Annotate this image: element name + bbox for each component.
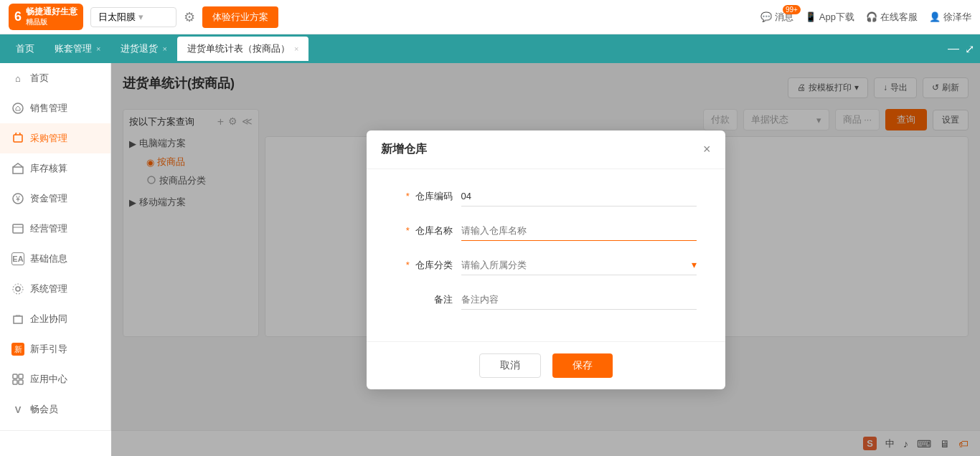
svg-rect-1 [14,135,22,142]
category-dropdown-icon: ▾ [692,259,697,270]
sidebar-item-guide-label: 新手引导 [30,343,67,356]
warehouse-code-input[interactable] [461,186,697,206]
form-label-code: * 仓库编码 [395,190,453,203]
tab-purchase-return[interactable]: 进货退货 × [110,37,176,61]
tab-purchase-stats[interactable]: 进货单统计表（按商品） × [177,37,308,61]
sidebar-item-purchase[interactable]: 采购管理 [0,123,110,153]
form-label-category: * 仓库分类 [395,259,453,272]
sidebar-item-inventory-label: 库存核算 [30,162,67,175]
main-layout: ⌂ 首页 销售管理 采购管理 库存核算 ¥ 资金管理 [0,63,980,456]
user-avatar-icon: 👤 [929,11,941,22]
sidebar-item-basic[interactable]: EA 基础信息 [0,244,110,274]
store-name: 日太阳膜 [98,11,136,24]
sidebar-item-operation-label: 经营管理 [30,222,67,235]
sidebar-item-purchase-label: 采购管理 [30,132,67,145]
tab-purchase-return-close-icon[interactable]: × [162,44,166,53]
sidebar-item-sales-label: 销售管理 [30,102,67,115]
tab-accounts[interactable]: 账套管理 × [44,37,110,61]
tab-accounts-close-icon[interactable]: × [96,44,100,53]
messages-button[interactable]: 💬 消息 99+ [760,11,793,24]
sidebar: ⌂ 首页 销售管理 采购管理 库存核算 ¥ 资金管理 [0,63,111,456]
sales-icon [11,102,24,115]
app-center-icon [11,373,24,386]
sidebar-item-sales[interactable]: 销售管理 [0,93,110,123]
tab-home[interactable]: 首页 [6,37,44,61]
sidebar-item-home-label: 首页 [30,72,49,85]
home-icon: ⌂ [11,72,24,85]
svg-rect-13 [19,380,23,384]
tab-expand-icon[interactable]: ⤢ [965,42,974,56]
svg-rect-9 [14,316,22,323]
member-icon: V [11,403,24,416]
warehouse-remark-input[interactable] [461,290,697,310]
tabbar: 首页 账套管理 × 进货退货 × 进货单统计表（按商品） × — ⤢ [0,34,980,63]
cancel-button[interactable]: 取消 [479,353,541,378]
purchase-icon [11,132,24,145]
sidebar-item-app-center[interactable]: 应用中心 [0,364,110,394]
warehouse-category-select[interactable]: ▾ [461,255,697,275]
sidebar-item-basic-label: 基础信息 [30,252,67,265]
messages-badge: 99+ [783,5,801,14]
sidebar-item-home[interactable]: ⌂ 首页 [0,63,110,93]
sidebar-item-enterprise-label: 企业协同 [30,313,67,326]
sidebar-item-finance-label: 资金管理 [30,192,67,205]
svg-point-7 [16,287,20,291]
logo-icon: 6 [14,9,22,24]
online-service-button[interactable]: 🎧 在线客服 [866,11,918,24]
app-download-button[interactable]: 📱 App下载 [805,11,854,24]
system-icon [11,282,24,295]
tab-purchase-stats-close-icon[interactable]: × [294,44,298,53]
content-area: 进货单统计(按商品) 🖨 按模板打印 ▾ ↓ 导出 ↺ 刷新 [111,63,980,456]
sidebar-item-operation[interactable]: 经营管理 [0,214,110,244]
logo-sub: 精品版 [26,17,77,27]
settings-icon[interactable]: ⚙ [184,9,195,25]
form-row-code: * 仓库编码 [395,186,697,206]
required-icon-code: * [406,191,410,201]
store-selector[interactable]: 日太阳膜 ▾ [90,7,176,27]
operation-icon [11,222,24,235]
inventory-icon [11,162,24,175]
modal-close-icon[interactable]: × [703,142,711,157]
sidebar-item-finance[interactable]: ¥ 资金管理 [0,184,110,214]
form-label-name: * 仓库名称 [395,224,453,237]
sidebar-item-system-label: 系统管理 [30,282,67,295]
modal-new-warehouse: 新增仓库 × * 仓库编码 * [367,130,725,389]
svg-rect-2 [13,167,23,174]
tab-accounts-label: 账套管理 [55,42,92,55]
dropdown-arrow-icon: ▾ [138,11,143,22]
app-download-label: App下载 [819,11,854,24]
tab-home-label: 首页 [16,42,34,55]
modal-overlay: 新增仓库 × * 仓库编码 * [111,63,980,456]
modal-title: 新增仓库 [381,142,427,157]
logo-text: 畅捷通好生意 [26,6,77,16]
sidebar-item-enterprise[interactable]: 企业协同 [0,304,110,334]
sidebar-item-inventory[interactable]: 库存核算 [0,153,110,184]
sidebar-item-member[interactable]: V 畅会员 [0,394,110,424]
warehouse-name-input[interactable] [461,221,697,241]
form-label-remark: 备注 [395,293,453,306]
warehouse-category-input[interactable] [461,255,692,275]
modal-body: * 仓库编码 * 仓库名称 [367,169,725,341]
online-service-label: 在线客服 [880,11,918,24]
sidebar-item-guide[interactable]: 新 新手引导 [0,334,110,364]
modal-header: 新增仓库 × [367,130,725,169]
app-logo: 6 畅捷通好生意 精品版 [9,4,83,29]
message-icon: 💬 [760,11,772,22]
svg-point-8 [13,284,23,294]
tab-purchase-return-label: 进货退货 [121,42,158,55]
svg-rect-10 [13,374,17,379]
svg-text:¥: ¥ [15,195,20,203]
user-menu[interactable]: 👤 徐泽华 [929,11,971,24]
sidebar-item-system[interactable]: 系统管理 [0,274,110,304]
required-icon-name: * [406,225,410,236]
tab-minimize-icon[interactable]: — [948,42,959,56]
modal-footer: 取消 保存 [367,341,725,389]
topbar: 6 畅捷通好生意 精品版 日太阳膜 ▾ ⚙ 体验行业方案 💬 消息 99+ 📱 … [0,0,980,34]
save-button[interactable]: 保存 [552,353,613,378]
basic-icon: EA [11,252,24,265]
svg-rect-5 [13,224,23,233]
trial-button[interactable]: 体验行业方案 [202,6,278,28]
sidebar-item-app-center-label: 应用中心 [30,373,67,386]
svg-point-0 [13,103,23,113]
form-row-name: * 仓库名称 [395,221,697,241]
